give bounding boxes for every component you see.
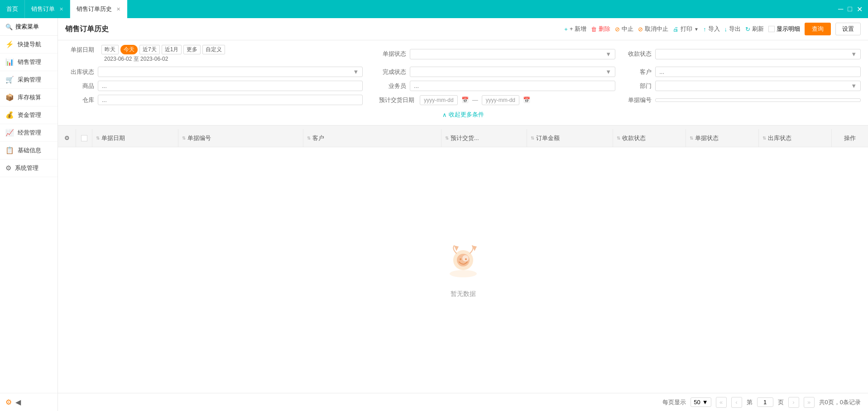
- cancel-stop-icon: ⊘: [638, 26, 643, 33]
- department-label: 部门: [623, 82, 655, 90]
- delete-button[interactable]: 🗑 删除: [591, 25, 610, 33]
- system-icon: ⚙: [5, 164, 11, 172]
- th-settings[interactable]: ⚙: [58, 129, 76, 147]
- last-page-button[interactable]: »: [804, 397, 815, 408]
- filter-order-status-col: 单据状态 ▼: [377, 49, 615, 59]
- sidebar: 🔍 搜索菜单 ⚡ 快捷导航 📊 销售管理 🛒 采购管理 📦 库存核算 💰 资金管…: [0, 18, 58, 411]
- page-label-before: 第: [747, 398, 753, 406]
- out-status-select[interactable]: ▼: [98, 67, 363, 77]
- minimize-icon[interactable]: ─: [838, 5, 843, 13]
- order-status-select[interactable]: ▼: [410, 49, 615, 59]
- refresh-label: 刷新: [752, 25, 764, 33]
- last-page-icon: »: [807, 399, 810, 406]
- prev-page-button[interactable]: ‹: [731, 397, 742, 408]
- prev-page-icon: ‹: [735, 399, 737, 406]
- warehouse-select[interactable]: ...: [98, 95, 363, 105]
- page-input[interactable]: [757, 397, 773, 407]
- th-amount[interactable]: ⇅ 订单金额: [527, 129, 613, 147]
- display-toggle[interactable]: 显示明细: [768, 25, 800, 33]
- sidebar-collapse-icon[interactable]: ◀: [15, 398, 21, 406]
- refresh-button[interactable]: ↻ 刷新: [745, 25, 764, 33]
- th-out-status[interactable]: ⇅ 出库状态: [759, 129, 832, 147]
- export-button[interactable]: ↓ 导出: [724, 25, 741, 33]
- tab-sales-order-history[interactable]: 销售订单历史 ✕: [70, 0, 127, 18]
- tab-sales-order-close[interactable]: ✕: [59, 6, 63, 12]
- print-button[interactable]: 🖨 打印 ▼: [673, 25, 699, 33]
- table-footer: 每页显示 50 ▼ « ‹ 第 页 › » 共0页，0条记录: [58, 393, 868, 411]
- sidebar-settings-icon[interactable]: ⚙: [5, 398, 12, 406]
- query-button[interactable]: 查询: [805, 23, 831, 35]
- payment-status-select[interactable]: ▼: [655, 49, 861, 59]
- sidebar-item-quick-nav[interactable]: ⚡ 快捷导航: [0, 36, 58, 53]
- complete-status-select[interactable]: ▼: [410, 67, 615, 77]
- date-more-btn[interactable]: 更多: [183, 45, 201, 54]
- maximize-icon[interactable]: □: [848, 5, 852, 13]
- th-customer[interactable]: ⇅ 客户: [303, 129, 441, 147]
- operation-icon: 📈: [5, 129, 14, 137]
- collapse-button[interactable]: ∧ 收起更多条件: [65, 109, 861, 121]
- date-custom-btn[interactable]: 自定义: [202, 45, 225, 54]
- select-all-checkbox[interactable]: [81, 135, 87, 141]
- per-page-label: 每页显示: [662, 398, 686, 406]
- basic-info-icon: 📋: [5, 146, 14, 155]
- tab-sales-order[interactable]: 销售订单 ✕: [25, 0, 70, 18]
- page-header: 销售订单历史 + + 新增 🗑 删除 ⊘ 中止 ⊘ 取消中止: [58, 18, 868, 40]
- first-page-button[interactable]: «: [716, 397, 727, 408]
- svg-point-4: [460, 258, 461, 260]
- import-button[interactable]: ↑ 导入: [703, 25, 720, 33]
- product-select[interactable]: ...: [98, 81, 363, 91]
- sidebar-item-basic-info[interactable]: 📋 基础信息: [0, 142, 58, 160]
- th-payment[interactable]: ⇅ 收款状态: [613, 129, 686, 147]
- tab-sales-order-history-close[interactable]: ✕: [116, 6, 120, 12]
- display-toggle-checkbox[interactable]: [768, 26, 775, 32]
- date-1month-btn[interactable]: 近1月: [162, 45, 182, 54]
- th-checkbox[interactable]: [76, 129, 92, 147]
- stop-button[interactable]: ⊘ 中止: [615, 25, 633, 33]
- th-no[interactable]: ⇅ 单据编号: [178, 129, 303, 147]
- date-7days-btn[interactable]: 近7天: [139, 45, 160, 54]
- settings-button[interactable]: 设置: [835, 23, 861, 35]
- sidebar-item-operation[interactable]: 📈 经营管理: [0, 124, 58, 142]
- sidebar-item-finance-label: 资金管理: [18, 111, 41, 119]
- sidebar-search-label: 搜索菜单: [15, 23, 39, 31]
- cancel-stop-button[interactable]: ⊘ 取消中止: [638, 25, 668, 33]
- tab-home[interactable]: 首页: [0, 0, 25, 18]
- out-status-arrow: ▼: [353, 68, 359, 75]
- date-yesterday-btn[interactable]: 昨天: [101, 45, 119, 54]
- empty-illustration: [443, 242, 484, 283]
- content-area: 销售订单历史 + + 新增 🗑 删除 ⊘ 中止 ⊘ 取消中止: [58, 18, 868, 411]
- customer-select[interactable]: ...: [655, 67, 861, 77]
- delivery-date-start-cal-icon[interactable]: 📅: [461, 97, 469, 103]
- department-arrow: ▼: [851, 82, 857, 89]
- next-page-button[interactable]: ›: [788, 397, 799, 408]
- department-select[interactable]: ▼: [655, 81, 861, 91]
- salesperson-select[interactable]: ...: [410, 81, 615, 91]
- sort-customer-icon: ⇅: [307, 135, 311, 140]
- delivery-date-end[interactable]: yyyy-mm-dd: [482, 95, 519, 105]
- display-toggle-label: 显示明细: [777, 25, 800, 33]
- sidebar-search[interactable]: 🔍 搜索菜单: [0, 18, 58, 36]
- sort-amount-icon: ⇅: [531, 135, 534, 140]
- order-no-input[interactable]: [655, 98, 861, 102]
- filter-area: 单据日期 昨天 今天 近7天 近1月 更多 自定义 2023-06-02 至 2…: [58, 40, 868, 126]
- sidebar-item-system[interactable]: ⚙ 系统管理: [0, 160, 58, 177]
- th-date[interactable]: ⇅ 单据日期: [92, 129, 178, 147]
- th-op: 操作: [832, 129, 868, 147]
- new-button[interactable]: + + 新增: [564, 25, 586, 33]
- delivery-date-end-cal-icon[interactable]: 📅: [523, 97, 530, 103]
- empty-state: 暂无数据: [58, 147, 868, 393]
- main-layout: 🔍 搜索菜单 ⚡ 快捷导航 📊 销售管理 🛒 采购管理 📦 库存核算 💰 资金管…: [0, 18, 868, 411]
- sidebar-item-finance[interactable]: 💰 资金管理: [0, 106, 58, 124]
- total-info: 共0页，0条记录: [819, 398, 861, 406]
- sidebar-item-sales-mgmt[interactable]: 📊 销售管理: [0, 53, 58, 71]
- close-icon[interactable]: ✕: [857, 5, 863, 14]
- per-page-select[interactable]: 50 ▼: [691, 397, 711, 407]
- date-today-btn[interactable]: 今天: [120, 45, 138, 54]
- th-order-status[interactable]: ⇅ 单据状态: [686, 129, 759, 147]
- tab-sales-order-history-label: 销售订单历史: [77, 5, 112, 13]
- empty-text: 暂无数据: [451, 290, 476, 298]
- delivery-date-start[interactable]: yyyy-mm-dd: [420, 95, 457, 105]
- sidebar-item-purchase-mgmt[interactable]: 🛒 采购管理: [0, 71, 58, 89]
- sidebar-item-inventory[interactable]: 📦 库存核算: [0, 89, 58, 106]
- th-delivery[interactable]: ⇅ 预计交货...: [441, 129, 528, 147]
